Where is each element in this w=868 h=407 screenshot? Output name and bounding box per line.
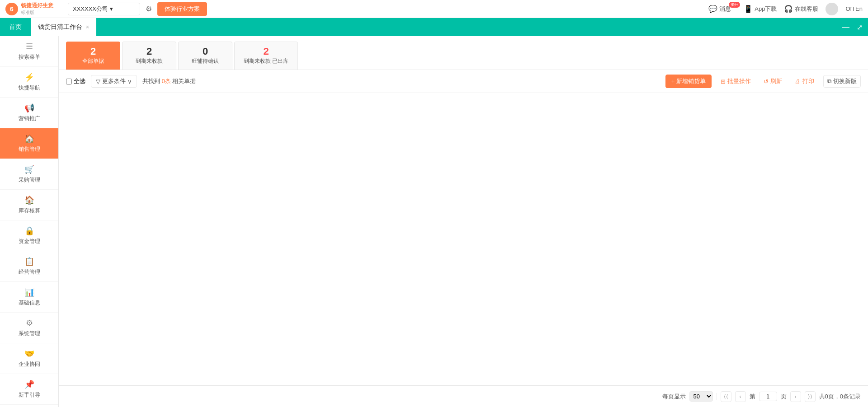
sidebar-item-system[interactable]: ⚙ 系统管理 [0,313,58,343]
sidebar: ☰ 搜索菜单 ⚡ 快捷导航 📢 营销推广 🏠 销售管理 🛒 采购管理 🏠 库存核… [0,36,59,407]
content-area: 2 全部单据 2 到期未收款 0 旺辅待确认 2 到期未收款 已出库 全选 [59,36,868,407]
enterprise-icon: 🤝 [24,349,34,359]
add-order-button[interactable]: + 新增销货单 [665,75,712,88]
sidebar-label-sales: 销售管理 [19,145,40,153]
filter-label: 更多条件 [102,77,126,85]
first-page-button[interactable]: ⟨⟨ [721,391,731,402]
page-label: 第 [750,393,755,401]
logo-text: 畅捷通好生意 标准版 [21,2,53,15]
sidebar-label-operations: 经营管理 [19,268,40,276]
stat-label-wangdian: 旺辅待确认 [188,57,223,65]
table-area [59,93,868,385]
tab-bar: 首页 钱货日清工作台 × — ⤢ [0,18,868,36]
message-badge: 99+ [729,2,740,8]
per-page-select[interactable]: 50 100 200 [689,391,713,402]
sidebar-item-finance[interactable]: 🔒 资金管理 [0,220,58,251]
tab-home[interactable]: 首页 [0,18,31,36]
sidebar-label-basic-info: 基础信息 [19,299,40,307]
refresh-icon: ↺ [764,78,769,85]
sidebar-item-purchase[interactable]: 🛒 采购管理 [0,159,58,190]
per-page-label: 每页显示 [662,393,686,401]
sidebar-item-quick-nav[interactable]: ⚡ 快捷导航 [0,67,58,98]
next-page-button[interactable]: › [790,391,801,402]
stat-count-wangdian: 0 [188,46,223,57]
batch-operation-button[interactable]: ⊞ 批量操作 [717,75,755,87]
app-download-item[interactable]: 📱 App下载 [744,5,777,13]
switch-icon: ⧉ [827,78,831,85]
sidebar-label-enterprise: 企业协同 [19,360,40,368]
search-menu-icon: ☰ [26,42,33,51]
operations-icon: 📋 [24,257,34,267]
sidebar-item-guide[interactable]: 📌 新手引导 [0,374,58,405]
company-name: XXXXXX公司 [73,5,108,13]
stat-label-overdue-unpaid: 到期未收款 [132,57,167,65]
finance-icon: 🔒 [24,226,34,236]
prev-page-button[interactable]: ‹ [735,391,746,402]
sidebar-label-quick-nav: 快捷导航 [19,84,40,92]
stat-label-all: 全部单据 [75,57,111,65]
company-selector[interactable]: XXXXXX公司 ▾ [68,3,140,15]
switch-version-button[interactable]: ⧉ 切换新版 [823,75,861,88]
page-number-input[interactable] [759,392,777,401]
page-unit: 页 [781,393,787,401]
divider [717,393,717,400]
sidebar-item-marketing[interactable]: 📢 营销推广 [0,98,58,128]
stat-tab-overdue-out[interactable]: 2 到期未收款 已出库 [234,42,298,70]
username: OfTEn [845,5,863,12]
trial-button[interactable]: 体验行业方案 [157,2,207,16]
stat-tab-all[interactable]: 2 全部单据 [66,42,120,70]
sidebar-item-search-menu[interactable]: ☰ 搜索菜单 [0,36,58,67]
main-layout: ☰ 搜索菜单 ⚡ 快捷导航 📢 营销推广 🏠 销售管理 🛒 采购管理 🏠 库存核… [0,36,868,407]
sidebar-item-inventory[interactable]: 🏠 库存核算 [0,190,58,220]
logo-icon: 6 [5,3,18,15]
print-button[interactable]: 🖨 打印 [791,75,818,87]
settings-icon[interactable]: ⚙ [144,3,154,15]
sidebar-label-marketing: 营销推广 [19,115,40,122]
message-item[interactable]: 💬 消息 99+ [708,5,736,13]
sidebar-item-enterprise[interactable]: 🤝 企业协同 [0,343,58,374]
tab-maximize-icon[interactable]: ⤢ [855,21,864,33]
filter-icon: ▽ [96,78,100,85]
headset-icon: 🎧 [784,5,793,13]
stat-label-overdue-out: 到期未收款 已出库 [244,57,288,65]
refresh-button[interactable]: ↺ 刷新 [760,75,786,87]
checkbox-input[interactable] [66,79,72,84]
sidebar-label-purchase: 采购管理 [19,176,40,184]
system-icon: ⚙ [26,318,33,328]
sidebar-label-guide: 新手引导 [19,391,40,399]
filter-chevron: ∨ [127,78,132,85]
tab-workbench[interactable]: 钱货日清工作台 × [31,18,96,36]
stat-count-all: 2 [75,46,111,57]
inventory-icon: 🏠 [24,195,34,205]
sidebar-item-basic-info[interactable]: 📊 基础信息 [0,282,58,313]
sidebar-item-sales[interactable]: 🏠 销售管理 [0,128,58,159]
avatar[interactable] [826,3,838,15]
stat-tab-overdue-unpaid[interactable]: 2 到期未收款 [122,42,176,70]
table-content [59,93,868,385]
sidebar-item-operations[interactable]: 📋 经营管理 [0,251,58,282]
sidebar-label-inventory: 库存核算 [19,207,40,215]
stat-count-overdue-unpaid: 2 [132,46,167,57]
chevron-down-icon: ▾ [110,5,113,12]
quick-nav-icon: ⚡ [24,72,34,82]
tab-bar-right: — ⤢ [840,21,868,33]
sidebar-label-search-menu: 搜索菜单 [19,53,40,61]
last-page-button[interactable]: ⟩⟩ [805,391,816,402]
sidebar-item-app-center[interactable]: 📦 应用中心 [0,405,58,407]
print-icon: 🖨 [795,78,801,85]
stat-count-overdue-out: 2 [244,46,288,57]
filter-button[interactable]: ▽ 更多条件 ∨ [91,75,137,88]
online-service-item[interactable]: 🎧 在线客服 [784,5,818,13]
select-all-checkbox[interactable]: 全选 [66,77,85,85]
stat-tab-wangdian[interactable]: 0 旺辅待确认 [178,42,232,70]
total-label: 共0页，0条记录 [819,393,861,401]
tab-close-icon[interactable]: × [86,24,89,30]
pagination: 每页显示 50 100 200 ⟨⟨ ‹ 第 页 › ⟩⟩ 共0页，0条记录 [59,385,868,407]
tab-minimize-icon[interactable]: — [840,21,851,33]
stats-tabs: 2 全部单据 2 到期未收款 0 旺辅待确认 2 到期未收款 已出库 [59,36,868,70]
top-bar-right: 💬 消息 99+ 📱 App下载 🎧 在线客服 OfTEn [708,3,863,15]
sidebar-label-finance: 资金管理 [19,238,40,245]
toolbar: 全选 ▽ 更多条件 ∨ 共找到 0条 相关单据 + 新增销货单 ⊞ 批量操作 ↺ [59,70,868,93]
purchase-icon: 🛒 [24,164,34,174]
top-bar: 6 畅捷通好生意 标准版 XXXXXX公司 ▾ ⚙ 体验行业方案 💬 消息 99… [0,0,868,18]
